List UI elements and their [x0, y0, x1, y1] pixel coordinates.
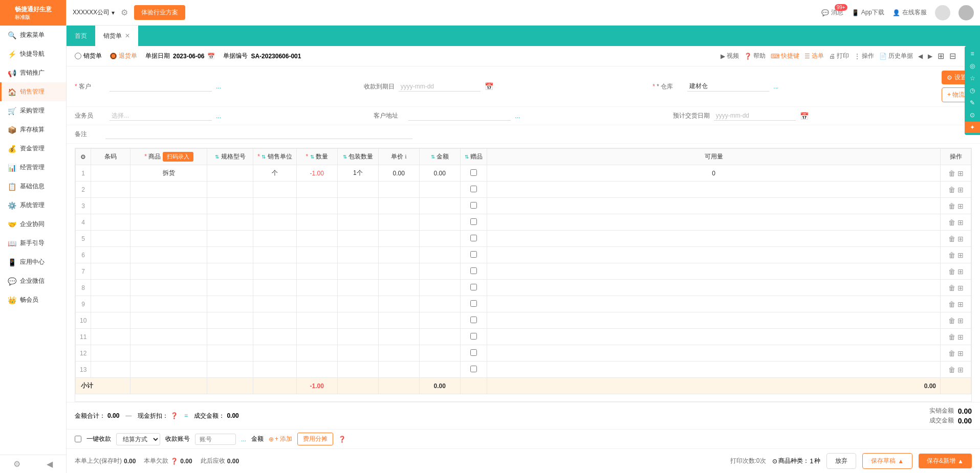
delete-row-icon[interactable]: 🗑: [948, 186, 955, 194]
amount-cell[interactable]: [419, 280, 460, 296]
barcode-cell[interactable]: [91, 329, 130, 345]
account-input[interactable]: [195, 434, 236, 445]
sidebar-item-cooperation[interactable]: 🤝 企业协同: [0, 215, 66, 234]
shortcut-action[interactable]: ⌨ 快捷键: [771, 52, 799, 60]
barcode-cell[interactable]: [91, 345, 130, 362]
copy-row-icon[interactable]: ⊞: [957, 235, 964, 243]
expense-split-button[interactable]: 费用分摊: [297, 433, 333, 445]
sidebar-item-operations[interactable]: 📊 经营管理: [0, 158, 66, 177]
trial-button[interactable]: 体验行业方案: [134, 5, 185, 20]
pack-qty-cell[interactable]: [337, 280, 378, 296]
amount-cell[interactable]: [419, 296, 460, 312]
barcode-cell[interactable]: [91, 247, 130, 263]
expense-help-icon[interactable]: ❓: [338, 436, 346, 443]
amount-cell[interactable]: [419, 182, 460, 198]
copy-row-icon[interactable]: ⊞: [957, 202, 964, 210]
customer-addr-input[interactable]: [408, 111, 511, 121]
float-btn-5[interactable]: ✎: [965, 97, 980, 108]
pack-qty-cell[interactable]: [337, 198, 378, 214]
unit-cell[interactable]: [253, 182, 296, 198]
barcode-cell[interactable]: [91, 263, 130, 280]
spec-cell[interactable]: [207, 263, 253, 280]
product-cell[interactable]: [130, 214, 207, 231]
delete-row-icon[interactable]: 🗑: [948, 218, 955, 227]
sidebar-item-sales[interactable]: 🏠 销售管理: [0, 82, 66, 101]
save-new-button[interactable]: 保存&新增 ▲: [919, 454, 972, 468]
unit-cell[interactable]: [253, 263, 296, 280]
delete-row-icon[interactable]: 🗑: [948, 235, 955, 243]
pack-qty-cell[interactable]: [337, 231, 378, 247]
save-draft-button[interactable]: 保存草稿 ▲: [862, 453, 912, 469]
gift-cell[interactable]: [460, 198, 487, 214]
price-cell[interactable]: [378, 231, 419, 247]
add-payment-button[interactable]: ⊕ + 添加: [269, 435, 292, 443]
amount-cell[interactable]: [419, 263, 460, 280]
price-cell[interactable]: [378, 263, 419, 280]
history-action[interactable]: 📄 历史单据: [879, 52, 913, 60]
delete-row-icon[interactable]: 🗑: [948, 251, 955, 259]
price-cell[interactable]: [378, 362, 419, 378]
customer-dots[interactable]: ...: [216, 83, 221, 90]
pack-qty-cell[interactable]: [337, 263, 378, 280]
message-button[interactable]: 💬 消息 99+: [821, 8, 843, 17]
unit-cell[interactable]: [253, 280, 296, 296]
price-cell[interactable]: [378, 280, 419, 296]
warehouse-input[interactable]: [687, 82, 769, 92]
qty-cell[interactable]: [296, 231, 337, 247]
user-avatar[interactable]: [935, 5, 950, 20]
sidebar-item-member[interactable]: 👑 畅会员: [0, 290, 66, 309]
spec-cell[interactable]: [207, 231, 253, 247]
float-btn-6[interactable]: ⊙: [965, 109, 980, 121]
product-cell[interactable]: [130, 182, 207, 198]
spec-cell[interactable]: [207, 214, 253, 231]
payment-date-input[interactable]: [399, 82, 481, 92]
salesperson-input[interactable]: [110, 111, 212, 121]
unit-cell[interactable]: [253, 296, 296, 312]
barcode-cell[interactable]: [91, 312, 130, 329]
sidebar-item-guide[interactable]: 📖 新手引导: [0, 234, 66, 253]
one-click-payment-checkbox[interactable]: [75, 436, 81, 442]
barcode-cell[interactable]: [91, 198, 130, 214]
unit-cell[interactable]: [253, 312, 296, 329]
pack-qty-cell[interactable]: [337, 345, 378, 362]
view-list-icon[interactable]: ⊞: [938, 51, 944, 61]
gift-cell[interactable]: [460, 182, 487, 198]
nav-next-icon[interactable]: ▶: [928, 53, 932, 60]
product-cell[interactable]: [130, 345, 207, 362]
float-btn-2[interactable]: ◎: [965, 60, 980, 72]
unit-cell[interactable]: 个: [253, 165, 296, 182]
debt-help-icon[interactable]: ❓: [170, 458, 178, 465]
pack-qty-cell[interactable]: 1个: [337, 165, 378, 182]
gift-cell[interactable]: [460, 263, 487, 280]
col-settings-header[interactable]: ⚙: [76, 149, 91, 165]
spec-cell[interactable]: [207, 182, 253, 198]
sidebar-settings-btn[interactable]: ⚙: [13, 459, 20, 469]
unit-cell[interactable]: [253, 329, 296, 345]
amount-cell[interactable]: [419, 198, 460, 214]
delete-row-icon[interactable]: 🗑: [948, 349, 955, 357]
qty-cell[interactable]: [296, 247, 337, 263]
salesperson-dots[interactable]: ...: [216, 112, 221, 120]
pack-qty-cell[interactable]: [337, 329, 378, 345]
product-cell[interactable]: [130, 312, 207, 329]
sidebar-item-wechat[interactable]: 💬 企业微信: [0, 272, 66, 290]
float-btn-3[interactable]: ☆: [965, 73, 980, 84]
print-action[interactable]: 🖨 打印: [829, 52, 849, 60]
video-action[interactable]: ▶ 视频: [721, 52, 739, 60]
amount-cell[interactable]: [419, 231, 460, 247]
payment-date-calendar-icon[interactable]: 📅: [485, 82, 493, 91]
qty-cell[interactable]: -1.00: [296, 165, 337, 182]
copy-row-icon[interactable]: ⊞: [957, 366, 964, 374]
delete-row-icon[interactable]: 🗑: [948, 317, 955, 325]
price-cell[interactable]: [378, 345, 419, 362]
barcode-cell[interactable]: [91, 362, 130, 378]
gift-cell[interactable]: [460, 362, 487, 378]
gift-cell[interactable]: [460, 165, 487, 182]
amount-cell[interactable]: [419, 362, 460, 378]
float-btn-4[interactable]: ◷: [965, 85, 980, 96]
delete-row-icon[interactable]: 🗑: [948, 333, 955, 341]
gift-cell[interactable]: [460, 296, 487, 312]
gift-cell[interactable]: [460, 329, 487, 345]
amount-cell[interactable]: [419, 247, 460, 263]
sidebar-item-purchase[interactable]: 🛒 采购管理: [0, 101, 66, 120]
